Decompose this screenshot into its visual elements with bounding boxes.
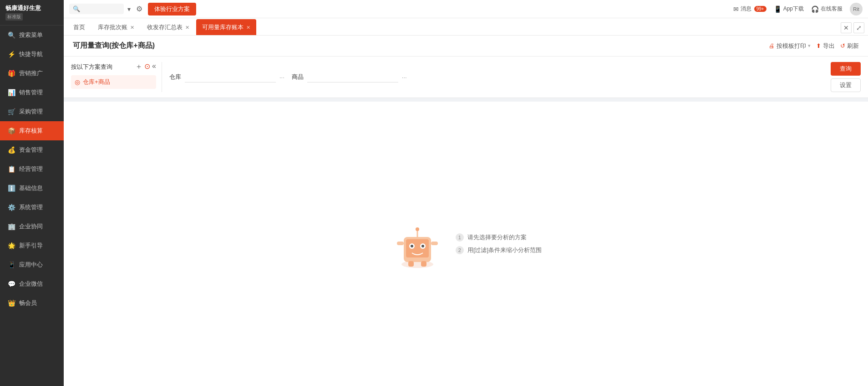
trial-btn[interactable]: 体验行业方案 [148,3,196,15]
tab-receive-summary-label: 收发存汇总表 [147,23,183,31]
tabbar-end: ✕ ⤢ [841,22,864,35]
query-btn[interactable]: 查询 [831,62,861,76]
sidebar-label-newbie: 新手引导 [19,242,43,250]
member-icon: 👑 [7,299,15,307]
topbar-dropdown-icon[interactable]: ▾ [127,5,131,13]
tab-home[interactable]: 首页 [67,19,91,35]
tab-available-ledger-close[interactable]: ✕ [246,25,250,31]
sidebar-item-marketing[interactable]: 🎁 营销推广 [0,64,64,83]
sidebar-item-basic-info[interactable]: ℹ️ 基础信息 [0,179,64,198]
topbar-actions: ✉ 消息 99+ 📱 App下载 🎧 在线客服 Rit [733,3,863,15]
sidebar-item-app-center[interactable]: 📱 应用中心 [0,255,64,274]
query-left-title: 按以下方案查询 [71,63,112,71]
print-dropdown-icon[interactable]: ▾ [808,43,811,49]
svg-rect-10 [431,242,438,245]
sidebar-label-inventory: 库存核算 [19,127,43,135]
svg-point-8 [416,227,419,231]
query-scheme-item-warehouse-goods[interactable]: ◎ 仓库+商品 [71,75,156,89]
sales-icon: 📊 [7,89,15,96]
tab-expand-btn[interactable]: ⤢ [853,22,864,33]
sidebar-item-quick-nav[interactable]: ⚡ 快捷导航 [0,45,64,64]
sidebar-item-system[interactable]: ⚙️ 系统管理 [0,198,64,217]
print-icon: 🖨 [769,42,775,49]
sidebar-label-sales: 销售管理 [19,88,43,97]
topbar-search-icon: 🔍 [73,5,80,12]
main-area: 🔍 ▾ ⚙ 体验行业方案 ✉ 消息 99+ 📱 App下载 🎧 在线客服 Ri [64,0,868,386]
sidebar-item-operations[interactable]: 📋 经营管理 [0,160,64,179]
sidebar-item-wechat[interactable]: 💬 企业微信 [0,274,64,293]
tabbar: 首页 库存批次账 ✕ 收发存汇总表 ✕ 可用量库存账本 ✕ ✕ ⤢ [64,18,868,36]
svg-point-6 [421,245,424,247]
sidebar-item-newbie[interactable]: 🌟 新手引导 [0,236,64,255]
topbar-search-input[interactable] [82,6,118,12]
empty-tip-2: 2 用[过滤]条件来缩小分析范围 [456,246,542,254]
sidebar-label-marketing: 营销推广 [19,69,43,77]
sidebar-label-system: 系统管理 [19,203,43,211]
query-field-goods: 商品 ··· [292,72,407,82]
app-download-btn[interactable]: 📱 App下载 [774,5,804,13]
goods-input[interactable] [307,72,398,82]
empty-tip-1: 1 请先选择要分析的方案 [456,233,542,242]
refresh-btn[interactable]: ↺ 刷新 [840,42,859,50]
query-actions: 查询 设置 [831,62,861,92]
export-label: 导出 [823,42,835,50]
refresh-label: 刷新 [847,42,859,50]
sidebar-item-search[interactable]: 🔍 搜索菜单 [0,26,64,45]
company-name: 畅康通好生意 [5,5,58,12]
sidebar: 畅康通好生意 标准版 🔍 搜索菜单 ⚡ 快捷导航 🎁 营销推广 📊 销售管理 🛒… [0,0,64,386]
online-service-btn[interactable]: 🎧 在线客服 [811,5,843,13]
sidebar-item-finance[interactable]: 💰 资金管理 [0,140,64,160]
sidebar-item-member[interactable]: 👑 畅会员 [0,293,64,313]
online-service-icon: 🎧 [811,5,819,13]
tab-batch-ledger-close[interactable]: ✕ [130,25,134,31]
tab-receive-summary[interactable]: 收发存汇总表 ✕ [141,19,195,35]
topbar: 🔍 ▾ ⚙ 体验行业方案 ✉ 消息 99+ 📱 App下载 🎧 在线客服 Ri [64,0,868,18]
message-icon: ✉ [733,5,739,13]
sidebar-label-quick-nav: 快捷导航 [19,50,43,58]
inventory-icon: 📦 [7,127,15,134]
sidebar-label-finance: 资金管理 [19,146,43,154]
svg-rect-12 [421,261,426,267]
warehouse-input[interactable] [185,72,276,82]
tab-batch-ledger[interactable]: 库存批次账 ✕ [92,19,140,35]
enterprise-icon: 🏢 [7,223,15,230]
print-label: 按模板打印 [777,42,806,50]
svg-point-5 [411,245,413,247]
sidebar-item-purchase[interactable]: 🛒 采购管理 [0,102,64,121]
sidebar-logo: 畅康通好生意 标准版 [0,0,64,26]
tab-available-ledger[interactable]: 可用量库存账本 ✕ [196,19,256,35]
topbar-gear-icon[interactable]: ⚙ [134,3,144,15]
tab-batch-ledger-label: 库存批次账 [98,23,127,31]
sidebar-item-sales[interactable]: 📊 销售管理 [0,83,64,102]
tab-receive-summary-close[interactable]: ✕ [185,25,189,31]
settings-scheme-btn[interactable]: ⊙ [144,62,150,72]
print-btn[interactable]: 🖨 按模板打印 ▾ [769,42,811,50]
user-profile-btn[interactable]: Rit [850,3,863,15]
topbar-search-box[interactable]: 🔍 [69,4,124,14]
refresh-icon: ↺ [840,42,845,49]
goods-more-btn[interactable]: ··· [402,74,407,81]
content-area: 可用量查询(按仓库+商品) 🖨 按模板打印 ▾ ⬆ 导出 ↺ 刷新 [64,36,868,386]
tab-close-all-btn[interactable]: ✕ [841,22,852,33]
quick-nav-icon: ⚡ [7,51,15,58]
purchase-icon: 🛒 [7,108,15,115]
app-center-icon: 📱 [7,261,15,268]
warehouse-label: 仓库 [169,73,181,81]
sidebar-label-app-center: 应用中心 [19,261,43,269]
add-scheme-btn[interactable]: ＋ [135,62,142,72]
query-settings-btn[interactable]: 设置 [831,78,861,92]
message-btn[interactable]: ✉ 消息 99+ [733,5,766,13]
newbie-icon: 🌟 [7,242,15,249]
warehouse-more-btn[interactable]: ··· [279,74,284,81]
sidebar-item-inventory[interactable]: 📦 库存核算 [0,121,64,140]
export-btn[interactable]: ⬆ 导出 [816,42,835,50]
sidebar-scroll: 🔍 搜索菜单 ⚡ 快捷导航 🎁 营销推广 📊 销售管理 🛒 采购管理 📦 库存核… [0,26,64,386]
collapse-btn[interactable]: « [152,62,156,72]
scheme-icon: ◎ [75,78,80,86]
app-download-label: App下载 [783,5,804,13]
sidebar-item-enterprise[interactable]: 🏢 企业协同 [0,217,64,236]
page-header: 可用量查询(按仓库+商品) 🖨 按模板打印 ▾ ⬆ 导出 ↺ 刷新 [64,36,868,57]
page-title: 可用量查询(按仓库+商品) [73,41,155,51]
operations-icon: 📋 [7,165,15,173]
query-left-header: 按以下方案查询 ＋ ⊙ « [71,62,156,72]
